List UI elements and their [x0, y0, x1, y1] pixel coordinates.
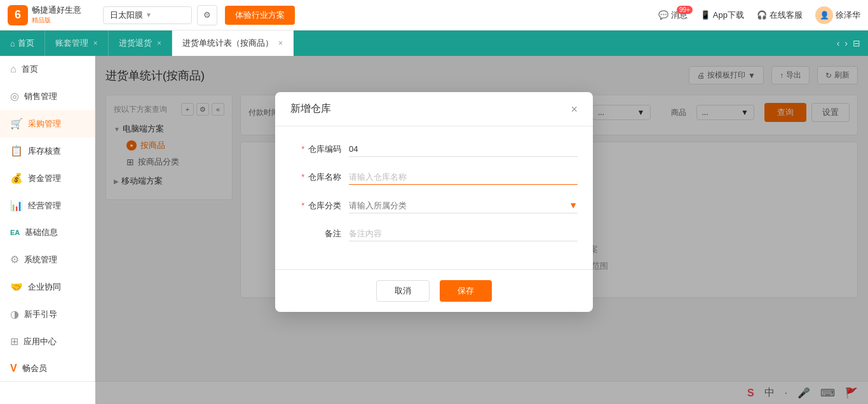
sidebar-operation-label: 经营管理: [28, 200, 61, 212]
tab-bar-actions: ‹ › ⊟: [837, 30, 868, 56]
modal-body: * 仓库编码 * 仓库名称 * 仓库分类 ▼ 备注: [275, 126, 593, 269]
sidebar-system-label: 系统管理: [24, 254, 57, 266]
tab-purchase-stats[interactable]: 进货单统计表（按商品） ×: [172, 30, 294, 56]
system-icon: ⚙: [10, 253, 19, 266]
form-row-code: * 仓库编码: [290, 142, 578, 157]
sidebar-item-purchase[interactable]: 🛒 采购管理: [0, 110, 95, 137]
sidebar-item-member[interactable]: V 畅会员: [0, 355, 95, 382]
phone-icon: 📱: [700, 10, 710, 20]
home-sidebar-icon: ⌂: [10, 64, 17, 75]
tab-menu-btn[interactable]: ⊟: [853, 38, 860, 48]
sidebar-item-basic[interactable]: EA 基础信息: [0, 219, 95, 246]
sidebar-item-enterprise[interactable]: 🤝 企业协同: [0, 273, 95, 300]
modal-close-button[interactable]: ×: [571, 104, 578, 115]
guide-icon: ◑: [10, 308, 19, 320]
modal-footer: 取消 保存: [275, 269, 593, 312]
tab-bar: ⌂ 首页 账套管理 × 进货退货 × 进货单统计表（按商品） × ‹ › ⊟: [0, 30, 868, 56]
sidebar-home-label: 首页: [22, 64, 38, 75]
home-icon: ⌂: [10, 39, 15, 48]
user-profile[interactable]: 👤 徐泽华: [815, 6, 860, 24]
tab-next-btn[interactable]: ›: [844, 38, 848, 48]
inventory-icon: 📋: [10, 145, 23, 157]
name-required: *: [301, 172, 304, 182]
tab-home[interactable]: ⌂ 首页: [0, 30, 45, 56]
logo-text-block: 畅捷通好生意 精品版: [32, 5, 81, 25]
operation-icon: 📊: [10, 199, 23, 212]
enterprise-icon: 🤝: [10, 281, 23, 293]
tab-prev-btn[interactable]: ‹: [837, 38, 840, 48]
new-warehouse-modal: 新增仓库 × * 仓库编码 * 仓库名称 * 仓库分类: [275, 92, 593, 312]
sidebar-purchase-label: 采购管理: [28, 118, 61, 130]
code-label: * 仓库编码: [290, 144, 341, 155]
settings-gear-button[interactable]: ⚙: [197, 5, 217, 25]
messages-action[interactable]: 💬 消息 99+: [658, 10, 688, 21]
form-row-remark: 备注: [290, 226, 578, 241]
sidebar-item-operation[interactable]: 📊 经营管理: [0, 192, 95, 219]
logo-brand: 畅捷通好生意: [32, 5, 81, 16]
sidebar: ⌂ 首页 ◎ 销售管理 🛒 采购管理 📋 库存核查 💰 资金管理 📊 经营管理 …: [0, 56, 95, 404]
sidebar-item-finance[interactable]: 💰 资金管理: [0, 165, 95, 192]
tab-accounts-label: 账套管理: [55, 37, 88, 49]
experience-button[interactable]: 体验行业方案: [225, 6, 295, 25]
cancel-button[interactable]: 取消: [376, 280, 430, 302]
basic-icon: EA: [10, 229, 20, 236]
sidebar-enterprise-label: 企业协同: [28, 281, 61, 293]
tab-purchase-return[interactable]: 进货退货 ×: [109, 30, 172, 56]
message-icon: 💬: [658, 10, 668, 20]
sidebar-item-system[interactable]: ⚙ 系统管理: [0, 246, 95, 273]
modal-title: 新增仓库: [290, 102, 331, 116]
sidebar-sales-label: 销售管理: [24, 91, 57, 102]
tab-purchase-return-close[interactable]: ×: [157, 39, 161, 48]
code-required: *: [301, 144, 304, 154]
store-selector-arrow: ▼: [146, 11, 152, 18]
category-select[interactable]: ▼: [349, 198, 578, 213]
gear-icon: ⚙: [203, 10, 211, 20]
tab-accounts-close[interactable]: ×: [93, 39, 98, 48]
category-select-arrow[interactable]: ▼: [569, 200, 578, 210]
sidebar-item-guide[interactable]: ◑ 新手引导: [0, 300, 95, 328]
sidebar-item-home[interactable]: ⌂ 首页: [0, 56, 95, 83]
sidebar-item-sales[interactable]: ◎ 销售管理: [0, 83, 95, 110]
name-label: * 仓库名称: [290, 172, 341, 183]
app-download-action[interactable]: 📱 App下载: [700, 10, 744, 21]
category-label: * 仓库分类: [290, 200, 341, 212]
category-select-input[interactable]: [349, 201, 569, 210]
apps-icon: ⊞: [10, 335, 18, 347]
logo-area: 6 畅捷通好生意 精品版: [8, 5, 103, 25]
tab-purchase-stats-close[interactable]: ×: [278, 39, 283, 48]
username: 徐泽华: [836, 10, 860, 21]
store-name: 日太阳膜: [110, 10, 143, 21]
form-row-name: * 仓库名称: [290, 170, 578, 185]
online-service-action[interactable]: 🎧 在线客服: [757, 10, 803, 21]
sidebar-guide-label: 新手引导: [24, 309, 57, 320]
online-service-label: 在线客服: [770, 10, 803, 21]
save-button[interactable]: 保存: [440, 280, 492, 302]
app-download-label: App下载: [713, 10, 744, 21]
category-required: *: [301, 201, 304, 210]
tab-purchase-stats-label: 进货单统计表（按商品）: [182, 37, 273, 49]
top-nav-right: 💬 消息 99+ 📱 App下载 🎧 在线客服 👤 徐泽华: [658, 6, 860, 24]
sales-icon: ◎: [10, 90, 19, 102]
sidebar-finance-label: 资金管理: [28, 173, 61, 184]
sidebar-basic-label: 基础信息: [25, 227, 58, 238]
sidebar-member-label: 畅会员: [22, 363, 47, 374]
logo-edition: 精品版: [32, 16, 81, 25]
sidebar-apps-label: 应用中心: [24, 336, 57, 347]
sidebar-inventory-label: 库存核查: [28, 145, 61, 157]
sidebar-item-apps[interactable]: ⊞ 应用中心: [0, 328, 95, 355]
sidebar-item-inventory[interactable]: 📋 库存核查: [0, 137, 95, 165]
headset-icon: 🎧: [757, 10, 767, 20]
remark-input[interactable]: [349, 226, 578, 241]
finance-icon: 💰: [10, 172, 23, 184]
purchase-icon: 🛒: [10, 118, 23, 130]
avatar-icon: 👤: [820, 11, 829, 20]
tab-home-label: 首页: [18, 37, 34, 49]
top-nav: 6 畅捷通好生意 精品版 日太阳膜 ▼ ⚙ 体验行业方案 💬 消息 99+ 📱 …: [0, 0, 868, 30]
avatar: 👤: [815, 6, 833, 24]
remark-label: 备注: [290, 228, 341, 239]
store-selector[interactable]: 日太阳膜 ▼: [103, 6, 192, 24]
warehouse-code-input[interactable]: [349, 142, 578, 157]
tab-accounts[interactable]: 账套管理 ×: [45, 30, 109, 56]
member-icon: V: [10, 363, 17, 374]
warehouse-name-input[interactable]: [349, 170, 578, 185]
